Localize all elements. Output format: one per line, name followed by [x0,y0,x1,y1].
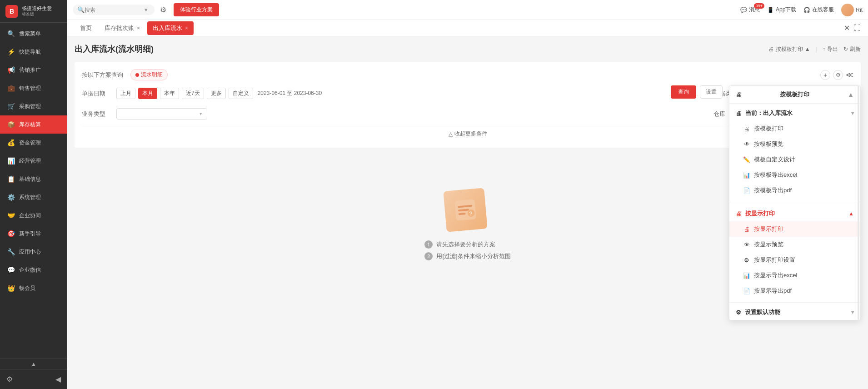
empty-hints: 1 请先选择要分析的方案 2 用[过滤]条件来缩小分析范围 [424,240,510,260]
page-tab-actions: ✕ ⛶ [844,24,861,32]
sidebar-item-cooperation[interactable]: 🤝 企业协同 [0,206,67,224]
marketing-icon: 📢 [6,65,15,75]
biz-type-select[interactable]: ▾ [116,108,207,120]
dropdown-header-actions: ▲ [848,91,854,98]
date-btn-last-month[interactable]: 上月 [116,88,135,99]
sidebar-item-operations[interactable]: 📊 经营管理 [0,152,67,170]
dropdown-template-pdf[interactable]: 📄 按模板导出pdf [729,183,860,198]
date-btn-more[interactable]: 更多 [207,88,226,99]
collapse-label: 收起更多条件 [454,130,487,138]
sidebar-item-system[interactable]: ⚙️ 系统管理 [0,188,67,206]
sidebar-nav: 🔍 搜索菜单 ⚡ 快捷导航 📢 营销推广 💼 销售管理 🛒 采购管理 📦 库存核… [0,23,67,359]
page-title: 出入库流水(流水明细) [75,44,154,55]
dropdown-template-custom[interactable]: ✏️ 模板自定义设计 [729,152,860,167]
sidebar-item-vip-label: 畅会员 [19,284,35,292]
tab-flow[interactable]: 出入库流水 × [147,21,194,35]
search-chevron-icon[interactable]: ▾ [145,6,148,13]
filter-tag-label: 流水明细 [141,71,163,79]
topbar-gear-icon[interactable]: ⚙ [160,5,166,14]
hint-text-1: 请先选择要分析的方案 [436,240,495,249]
sidebar-item-purchase[interactable]: 🛒 采购管理 [0,97,67,115]
tab-home[interactable]: 首页 [75,21,97,35]
sidebar-scroll-up[interactable]: ▲ [31,361,36,367]
tab-close-all-btn[interactable]: ✕ [844,24,850,32]
filter-collapse-btn[interactable]: ≪ [846,70,853,79]
dropdown-template-preview[interactable]: 👁 按模板预览 [729,136,860,152]
date-btn-custom[interactable]: 自定义 [229,88,253,99]
template-pdf-label: 按模板导出pdf [754,186,792,194]
dropdown-scrollbar[interactable] [858,86,859,320]
tab-expand-btn[interactable]: ⛶ [853,24,861,32]
date-btn-7days[interactable]: 近7天 [182,88,204,99]
export-btn[interactable]: ↑ 导出 [823,45,838,53]
dropdown-display-print[interactable]: 🖨 按显示打印 [729,221,860,237]
online-service-btn[interactable]: 🎧 在线客服 [803,6,834,14]
topbar-search-box[interactable]: 🔍 ▾ [73,5,155,15]
dropdown-header-label: 按模板打印 [780,90,809,99]
sidebar-item-search-label: 搜索菜单 [19,30,41,38]
sidebar-item-finance[interactable]: 💰 资金管理 [0,134,67,152]
sidebar-logo: B 畅捷通好生意 标准版 [0,0,67,23]
biz-type-chevron: ▾ [200,111,202,117]
print-template-label: 按模板打印 [776,45,803,53]
sidebar-item-search[interactable]: 🔍 搜索菜单 [0,25,67,43]
sidebar-item-quick-nav[interactable]: ⚡ 快捷导航 [0,43,67,61]
print-icon: 🖨 [768,46,774,52]
user-avatar-btn[interactable]: Rit [841,4,863,16]
sidebar-item-inventory[interactable]: 📦 库存核算 [0,115,67,134]
dropdown-display-settings[interactable]: ⚙ 按显示打印设置 [729,252,860,268]
filter-add-btn[interactable]: + [820,70,830,80]
dropdown-template-print[interactable]: 🖨 按模板打印 [729,121,860,136]
tab-flow-close[interactable]: × [185,25,188,31]
message-btn[interactable]: 💬 消息 99+ [740,6,760,14]
page-header: 出入库流水(流水明细) 🖨 按模板打印 ▲ | ↑ 导出 ↻ 刷新 [75,44,861,55]
date-filter-label: 单据日期 [82,90,109,98]
tab-batch-account[interactable]: 库存批次账 × [99,21,145,35]
app-download-btn[interactable]: 📱 App下载 [767,6,796,14]
dropdown-default-label: 设置默认功能 [745,308,780,316]
page-tabs: 首页 库存批次账 × 出入库流水 × ✕ ⛶ [67,20,868,36]
sidebar-item-basic-info[interactable]: 📋 基础信息 [0,170,67,188]
topbar-search-icon: 🔍 [77,6,85,13]
search-nav-icon: 🔍 [6,29,15,38]
dropdown-display-preview[interactable]: 👁 按显示预览 [729,237,860,252]
sidebar-item-app-center[interactable]: 🔧 应用中心 [0,243,67,261]
print-template-btn[interactable]: 🖨 按模板打印 ▲ [768,45,810,53]
sidebar-item-sales[interactable]: 💼 销售管理 [0,79,67,97]
query-button[interactable]: 查询 [671,85,696,99]
trial-button[interactable]: 体验行业方案 [174,3,219,16]
tab-flow-label: 出入库流水 [153,24,182,32]
settings-button[interactable]: 设置 [700,85,723,99]
dropdown-display-title[interactable]: 🖨 按显示打印 ▲ [729,206,860,221]
dropdown-display-excel[interactable]: 📊 按显示导出excel [729,268,860,283]
tab-batch-account-close[interactable]: × [137,25,140,31]
collapse-up-icon: △ [449,131,453,137]
sidebar-item-weixin[interactable]: 💬 企业微信 [0,261,67,279]
hint-num-1: 1 [424,240,433,249]
dropdown-display-pdf[interactable]: 📄 按显示导出pdf [729,283,860,299]
filter-tag-dot [135,73,139,77]
sidebar-item-guide[interactable]: 🎯 新手引导 [0,224,67,243]
dropdown-scroll-up-btn[interactable]: ▲ [848,91,854,98]
date-btn-this-month[interactable]: 本月 [138,88,157,99]
active-filter-tag[interactable]: 流水明细 [130,69,168,80]
filter-setting-btn[interactable]: ⚙ [833,70,843,80]
export-label: 导出 [827,45,838,53]
refresh-btn[interactable]: ↻ 刷新 [843,45,861,53]
dropdown-current-title[interactable]: 🖨 当前：出入库流水 ▾ [729,105,860,121]
sidebar-item-marketing[interactable]: 📢 营销推广 [0,61,67,79]
dropdown-default-function[interactable]: ⚙ 设置默认功能 ▾ [729,304,860,320]
search-input[interactable] [85,7,144,13]
settings-footer-icon[interactable]: ⚙ [6,375,13,384]
collapse-sidebar-btn[interactable]: ◀ [55,375,61,384]
display-settings-icon: ⚙ [743,256,750,264]
sidebar-item-basicinfo-label: 基础信息 [19,175,41,183]
dropdown-template-excel[interactable]: 📊 按模板导出excel [729,167,860,183]
date-btn-this-year[interactable]: 本年 [160,88,179,99]
display-print-label: 按显示打印 [754,225,783,233]
sidebar-item-guide-label: 新手引导 [19,230,41,238]
sidebar-item-weixin-label: 企业微信 [19,266,41,274]
sidebar-item-vip[interactable]: 👑 畅会员 [0,279,67,297]
template-excel-label: 按模板导出excel [754,171,797,179]
hint-text-2: 用[过滤]条件来缩小分析范围 [436,252,510,260]
